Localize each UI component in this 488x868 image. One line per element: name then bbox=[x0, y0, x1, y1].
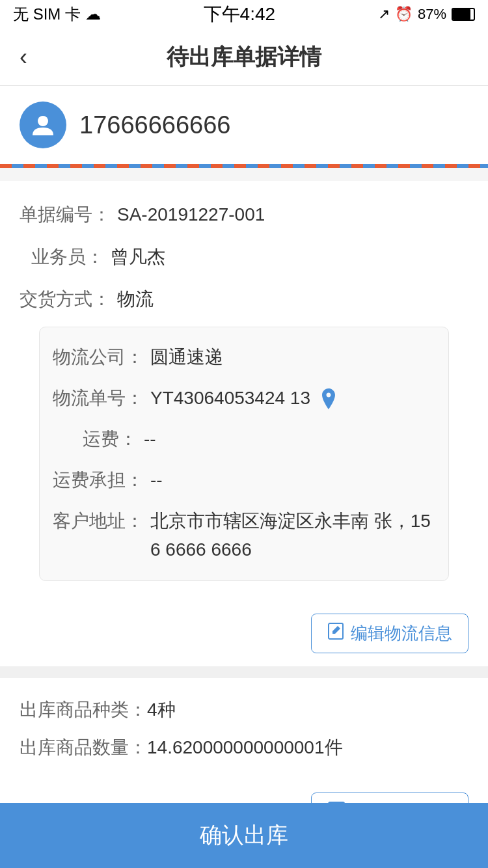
confirm-bar[interactable]: 确认出库 bbox=[0, 803, 488, 868]
logistics-company-label: 物流公司： bbox=[53, 343, 150, 372]
back-icon: ‹ bbox=[20, 44, 27, 71]
status-left: 无 SIM 卡 ☁ bbox=[13, 4, 101, 25]
goods-quantity-value: 14.620000000000001件 bbox=[147, 735, 343, 760]
logistics-tracking-row: 物流单号： YT43064053424 13 bbox=[53, 384, 435, 413]
alarm-icon: ⏰ bbox=[395, 6, 413, 23]
edit-logistics-button[interactable]: 编辑物流信息 bbox=[311, 614, 468, 653]
doc-number-value: SA-20191227-001 bbox=[117, 200, 468, 230]
freight-value: -- bbox=[144, 425, 435, 454]
logistics-tracking-value: YT43064053424 13 bbox=[150, 384, 435, 413]
customer-header: 17666666666 bbox=[0, 86, 488, 164]
goods-type-row: 出库商品种类： 4种 bbox=[20, 698, 468, 722]
logistics-tracking-label: 物流单号： bbox=[53, 384, 150, 413]
goods-quantity-row: 出库商品数量： 14.620000000000001件 bbox=[20, 735, 468, 760]
freight-label: 运费： bbox=[53, 425, 144, 454]
status-time: 下午4:42 bbox=[204, 2, 276, 27]
delivery-value: 物流 bbox=[117, 285, 468, 314]
goods-type-label: 出库商品种类： bbox=[20, 698, 147, 722]
edit-icon bbox=[327, 622, 346, 645]
freight-bear-row: 运费承担： -- bbox=[53, 466, 435, 495]
customer-phone: 17666666666 bbox=[79, 111, 230, 139]
delivery-label: 交货方式： bbox=[20, 285, 117, 314]
tracking-number: YT43064053424 13 bbox=[150, 384, 310, 413]
staff-value: 曾凡杰 bbox=[111, 243, 468, 272]
address-label: 客户地址： bbox=[53, 507, 150, 536]
edit-logistics-container: 编辑物流信息 bbox=[0, 601, 488, 666]
page-title: 待出库单据详情 bbox=[167, 42, 321, 72]
address-row: 客户地址： 北京市市辖区海淀区永丰南 张，156 6666 6666 bbox=[53, 507, 435, 565]
freight-bear-value: -- bbox=[150, 466, 435, 495]
status-right: ↗ ⏰ 87% bbox=[378, 6, 475, 23]
goods-section: 出库商品种类： 4种 出库商品数量： 14.620000000000001件 bbox=[0, 678, 488, 786]
logistics-company-row: 物流公司： 圆通速递 bbox=[53, 343, 435, 372]
status-bar: 无 SIM 卡 ☁ 下午4:42 ↗ ⏰ 87% bbox=[0, 0, 488, 29]
address-value: 北京市市辖区海淀区永丰南 张，156 6666 6666 bbox=[150, 507, 435, 565]
staff-label: 业务员： bbox=[20, 243, 111, 272]
logistics-company-value: 圆通速递 bbox=[150, 343, 435, 372]
freight-row: 运费： -- bbox=[53, 425, 435, 454]
edit-logistics-label: 编辑物流信息 bbox=[351, 622, 452, 645]
location-icon-status: ↗ bbox=[378, 6, 390, 23]
document-info-section: 单据编号： SA-20191227-001 业务员： 曾凡杰 交货方式： 物流 … bbox=[0, 181, 488, 601]
nav-bar: ‹ 待出库单据详情 bbox=[0, 29, 488, 86]
confirm-text: 确认出库 bbox=[200, 821, 288, 850]
sim-status: 无 SIM 卡 ☁ bbox=[13, 4, 101, 25]
doc-number-label: 单据编号： bbox=[20, 200, 117, 230]
goods-type-value: 4种 bbox=[147, 698, 176, 722]
delivery-row: 交货方式： 物流 bbox=[20, 285, 468, 314]
logistics-card: 物流公司： 圆通速递 物流单号： YT43064053424 13 运费： --… bbox=[39, 327, 449, 581]
section-divider bbox=[0, 666, 488, 678]
battery-icon bbox=[452, 8, 475, 21]
battery-text: 87% bbox=[418, 6, 446, 23]
goods-quantity-label: 出库商品数量： bbox=[20, 735, 147, 760]
doc-number-row: 单据编号： SA-20191227-001 bbox=[20, 200, 468, 230]
svg-point-0 bbox=[38, 116, 48, 126]
staff-row: 业务员： 曾凡杰 bbox=[20, 243, 468, 272]
decorative-divider bbox=[0, 164, 488, 168]
back-button[interactable]: ‹ bbox=[20, 44, 27, 71]
map-pin-icon[interactable] bbox=[317, 387, 340, 411]
freight-bear-label: 运费承担： bbox=[53, 466, 150, 495]
avatar bbox=[20, 102, 66, 148]
